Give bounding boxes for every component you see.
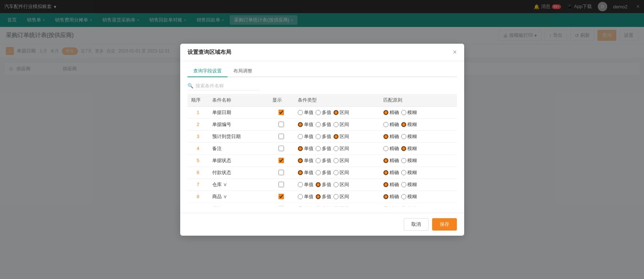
type-option-区间[interactable]: 区间 [333, 109, 349, 116]
display-checkbox[interactable] [278, 194, 284, 199]
type-radio-区间[interactable] [333, 194, 339, 199]
display-checkbox[interactable] [278, 170, 284, 175]
type-option-多值[interactable]: 多值 [316, 145, 331, 152]
display-checkbox[interactable] [278, 146, 284, 151]
type-option-多值[interactable]: 多值 [316, 181, 331, 188]
row-match-cell: 精确模糊 [380, 154, 457, 166]
match-radio-精确[interactable] [383, 110, 388, 115]
match-radio-模糊[interactable] [401, 170, 406, 175]
match-radio-模糊[interactable] [401, 194, 406, 199]
search-input[interactable] [195, 83, 260, 89]
type-radio-区间[interactable] [333, 110, 339, 115]
match-option-精确[interactable]: 精确 [383, 181, 399, 188]
type-radio-区间[interactable] [333, 170, 339, 175]
match-option-精确[interactable]: 精确 [383, 133, 399, 140]
type-option-单值[interactable]: 单值 [298, 193, 313, 200]
modal-title: 设置查询区域布局 [187, 49, 231, 56]
match-option-精确[interactable]: 精确 [383, 109, 399, 116]
match-radio-模糊[interactable] [401, 122, 406, 127]
match-radio-精确[interactable] [383, 182, 388, 187]
display-checkbox[interactable] [278, 182, 284, 187]
type-option-多值[interactable]: 多值 [316, 133, 331, 140]
match-radio-精确[interactable] [383, 194, 388, 199]
display-checkbox[interactable] [278, 134, 284, 139]
modal-close-btn[interactable]: × [453, 49, 457, 55]
match-option-精确[interactable]: 精确 [383, 193, 399, 200]
type-radio-单值[interactable] [298, 182, 303, 187]
type-radio-多值[interactable] [316, 134, 321, 139]
match-radio-精确[interactable] [383, 170, 388, 175]
match-option-精确[interactable]: 精确 [383, 169, 399, 176]
type-radio-多值[interactable] [316, 122, 321, 127]
row-type-cell: 单值多值区间 [294, 130, 380, 142]
type-option-单值[interactable]: 单值 [298, 181, 313, 188]
type-option-多值[interactable]: 多值 [316, 157, 331, 164]
match-option-模糊[interactable]: 模糊 [401, 145, 417, 152]
match-radio-模糊[interactable] [401, 158, 406, 163]
match-option-精确[interactable]: 精确 [383, 157, 399, 164]
type-radio-单值[interactable] [298, 158, 303, 163]
type-option-区间[interactable]: 区间 [333, 145, 349, 152]
type-option-单值[interactable]: 单值 [298, 109, 313, 116]
match-radio-精确[interactable] [383, 122, 388, 127]
modal-tab-query-fields[interactable]: 查询字段设置 [187, 66, 228, 77]
type-option-区间[interactable]: 区间 [333, 121, 349, 128]
type-radio-单值[interactable] [298, 134, 303, 139]
type-option-区间[interactable]: 区间 [333, 193, 349, 200]
type-radio-单值[interactable] [298, 146, 303, 151]
type-option-区间[interactable]: 区间 [333, 181, 349, 188]
type-option-多值[interactable]: 多值 [316, 169, 331, 176]
type-option-单值[interactable]: 单值 [298, 169, 313, 176]
match-radio-精确[interactable] [383, 146, 388, 151]
type-radio-单值[interactable] [298, 170, 303, 175]
match-radio-精确[interactable] [383, 134, 388, 139]
match-option-模糊[interactable]: 模糊 [401, 181, 417, 188]
type-radio-多值[interactable] [316, 170, 321, 175]
match-radio-模糊[interactable] [401, 134, 406, 139]
display-checkbox[interactable] [278, 110, 284, 115]
match-option-模糊[interactable]: 模糊 [401, 121, 417, 128]
type-option-单值[interactable]: 单值 [298, 145, 313, 152]
type-option-多值[interactable]: 多值 [316, 109, 331, 116]
match-option-label: 模糊 [407, 169, 417, 176]
type-radio-区间[interactable] [333, 158, 339, 163]
type-option-区间[interactable]: 区间 [333, 157, 349, 164]
type-radio-多值[interactable] [316, 194, 321, 199]
modal: 设置查询区域布局 × 查询字段设置 布局调整 🔍 [180, 44, 464, 204]
type-option-区间[interactable]: 区间 [333, 133, 349, 140]
type-radio-单值[interactable] [298, 194, 303, 199]
match-option-模糊[interactable]: 模糊 [401, 109, 417, 116]
match-radio-模糊[interactable] [401, 110, 406, 115]
type-option-多值[interactable]: 多值 [316, 193, 331, 200]
match-radio-模糊[interactable] [401, 146, 406, 151]
match-option-label: 模糊 [407, 145, 417, 152]
display-checkbox[interactable] [278, 158, 284, 163]
type-radio-单值[interactable] [298, 110, 303, 115]
type-option-单值[interactable]: 单值 [298, 157, 313, 164]
match-radio-模糊[interactable] [401, 182, 406, 187]
type-radio-多值[interactable] [316, 146, 321, 151]
display-checkbox[interactable] [278, 122, 284, 127]
type-radio-区间[interactable] [333, 134, 339, 139]
type-radio-多值[interactable] [316, 182, 321, 187]
type-radio-区间[interactable] [333, 146, 339, 151]
type-option-多值[interactable]: 多值 [316, 121, 331, 128]
row-match-cell: 精确模糊 [380, 203, 457, 204]
match-option-模糊[interactable]: 模糊 [401, 169, 417, 176]
type-radio-多值[interactable] [316, 158, 321, 163]
match-option-label: 模糊 [407, 133, 417, 140]
type-option-单值[interactable]: 单值 [298, 121, 313, 128]
match-option-精确[interactable]: 精确 [383, 121, 399, 128]
match-option-模糊[interactable]: 模糊 [401, 133, 417, 140]
match-option-模糊[interactable]: 模糊 [401, 157, 417, 164]
type-radio-多值[interactable] [316, 110, 321, 115]
match-option-模糊[interactable]: 模糊 [401, 193, 417, 200]
type-radio-区间[interactable] [333, 182, 339, 187]
type-radio-区间[interactable] [333, 122, 339, 127]
modal-tab-layout[interactable]: 布局调整 [228, 66, 258, 77]
match-option-精确[interactable]: 精确 [383, 145, 399, 152]
type-option-单值[interactable]: 单值 [298, 133, 313, 140]
match-radio-精确[interactable] [383, 158, 388, 163]
type-radio-单值[interactable] [298, 122, 303, 127]
type-option-区间[interactable]: 区间 [333, 169, 349, 176]
